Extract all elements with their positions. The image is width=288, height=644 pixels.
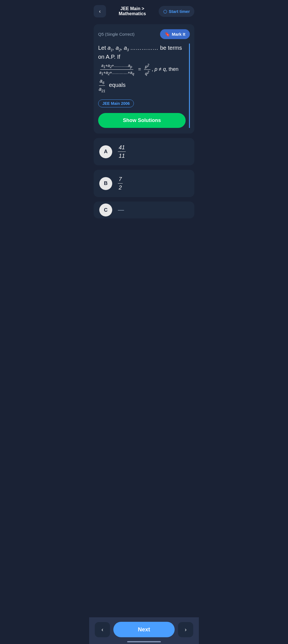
option-a-circle: A xyxy=(99,145,112,158)
option-a-value: 41 11 xyxy=(118,144,126,159)
back-icon: ‹ xyxy=(99,8,101,14)
fraction-equation: a1+a2+………..ap a1+a2+…………+aq = p2 q2 , p … xyxy=(98,63,186,76)
forward-icon: › xyxy=(185,626,187,633)
option-a-label: A xyxy=(104,149,108,155)
start-timer-button[interactable]: ◌ Start timer xyxy=(159,6,194,17)
sequence-terms: a1, a2, a3 …………… xyxy=(107,45,158,51)
bottom-navigation: ‹ Next › xyxy=(89,617,199,644)
option-b-denominator: 2 xyxy=(118,184,123,191)
question-label: Q5 (Single Correct) xyxy=(98,32,134,37)
option-a-numerator: 41 xyxy=(118,144,126,152)
start-timer-label: Start timer xyxy=(169,9,190,14)
option-c-label: C xyxy=(104,207,108,213)
prev-button[interactable]: ‹ xyxy=(95,622,110,637)
header-title: JEE Main > Mathematics xyxy=(108,6,156,16)
bookmark-icon: 🔖 xyxy=(165,31,170,37)
option-b-fraction: 7 2 xyxy=(118,176,123,191)
question-card: Q5 (Single Correct) 🔖 Mark It Let a1, a2… xyxy=(94,24,194,134)
question-meta: Q5 (Single Correct) 🔖 Mark It xyxy=(98,29,190,39)
option-a-fraction: 41 11 xyxy=(118,144,126,159)
mark-it-button[interactable]: 🔖 Mark It xyxy=(160,29,190,39)
header: ‹ JEE Main > Mathematics ◌ Start timer xyxy=(89,0,199,21)
show-solutions-button[interactable]: Show Solutions xyxy=(98,113,186,128)
option-c-dash: — xyxy=(118,206,124,213)
options-container: A 41 11 B 7 2 C — xyxy=(94,138,194,218)
option-c-value: — xyxy=(118,206,124,214)
option-a-denominator: 11 xyxy=(118,152,126,159)
back-button[interactable]: ‹ xyxy=(94,5,106,17)
timer-icon: ◌ xyxy=(163,9,167,14)
option-a[interactable]: A 41 11 xyxy=(94,138,194,165)
question-scroll: Let a1, a2, a3 …………… be terms on A.P. If… xyxy=(98,44,190,128)
p2q2-fraction: p2 q2 xyxy=(144,63,150,76)
a6-a21-fraction: a6 a21 equals xyxy=(98,78,186,93)
option-b[interactable]: B 7 2 xyxy=(94,170,194,197)
option-c-circle: C xyxy=(99,204,112,216)
option-b-value: 7 2 xyxy=(118,176,123,191)
option-b-circle: B xyxy=(99,177,112,190)
option-c[interactable]: C — xyxy=(94,202,194,218)
next-button[interactable]: Next xyxy=(113,622,175,637)
option-b-numerator: 7 xyxy=(118,176,123,184)
sum-fraction-top: a1+a2+………..ap a1+a2+…………+aq xyxy=(98,63,135,76)
bottom-spacer xyxy=(89,218,199,249)
home-indicator xyxy=(127,641,161,642)
forward-button[interactable]: › xyxy=(178,622,193,637)
prev-icon: ‹ xyxy=(102,626,104,633)
mark-it-label: Mark It xyxy=(172,32,185,37)
question-text: Let a1, a2, a3 …………… be terms on A.P. If xyxy=(98,44,186,61)
option-b-label: B xyxy=(104,180,108,186)
jee-tag: JEE Main 2006 xyxy=(98,100,134,107)
